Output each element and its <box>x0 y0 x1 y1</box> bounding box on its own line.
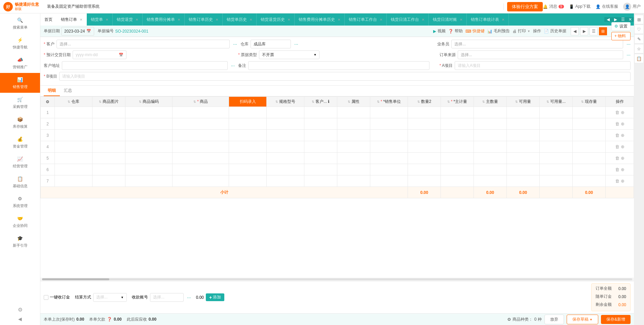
code-cell[interactable] <box>125 118 173 130</box>
delete-icon[interactable]: 🗑 <box>615 144 619 149</box>
warehouse-cell[interactable] <box>55 175 92 187</box>
customer-code-cell[interactable] <box>304 107 337 118</box>
copy-icon[interactable]: ⊕ <box>621 178 624 184</box>
product-cell[interactable] <box>173 153 229 164</box>
sort-icon[interactable]: ⇅ <box>99 100 102 104</box>
current-cell[interactable] <box>573 141 606 153</box>
main-qty-cell[interactable] <box>474 130 507 141</box>
tab-summary[interactable]: 汇总 <box>60 86 76 96</box>
sales-unit-cell[interactable] <box>370 141 408 153</box>
tab-detail[interactable]: 明细 <box>44 86 60 96</box>
user-btn[interactable]: 👤 用户 <box>623 3 641 11</box>
rfloat-star-btn[interactable]: ☆ <box>634 44 644 53</box>
horizontal-scrollbar[interactable] <box>40 278 634 281</box>
tab-order-history[interactable]: 销售订单历史 ✕ <box>185 13 223 26</box>
product-cell[interactable] <box>173 118 229 130</box>
copy-icon[interactable]: ⊕ <box>621 110 624 115</box>
sidebar-item-navigation[interactable]: ⚡ 快捷导航 <box>0 33 40 53</box>
tab-next-btn[interactable]: ▶ <box>612 17 619 22</box>
delete-icon[interactable]: 🗑 <box>615 167 619 172</box>
account-select[interactable]: 选择... <box>150 293 184 302</box>
main-qty-cell[interactable] <box>474 153 507 164</box>
sort-icon[interactable]: ⇅ <box>68 100 70 104</box>
tab-close-icon[interactable]: ✕ <box>422 18 424 22</box>
warehouse-input[interactable]: 成品库 <box>251 40 291 48</box>
warehouse-cell[interactable] <box>55 107 92 118</box>
salesperson-more-btn[interactable]: ··· <box>627 41 631 47</box>
tab-close-icon[interactable]: ✕ <box>250 18 252 22</box>
nav-prev-btn[interactable]: ◀ <box>571 27 579 35</box>
sidebar-item-cooperation[interactable]: 🤝 企业协同 <box>0 212 40 232</box>
main-unit-cell[interactable] <box>441 175 474 187</box>
app-download-btn[interactable]: 📱 App下载 <box>569 4 591 9</box>
main-unit-cell[interactable] <box>441 153 474 164</box>
tab-invoice-history[interactable]: 销货单历史 ✕ <box>223 13 257 26</box>
warehouse-cell[interactable] <box>55 118 92 130</box>
list-view-btn[interactable]: ☰ <box>590 27 598 35</box>
main-qty-cell[interactable] <box>474 141 507 153</box>
tab-order-workbench[interactable]: 销售订单工作台 ✕ <box>345 13 387 26</box>
project-b-input[interactable]: 请输入B项目 <box>59 72 631 81</box>
available-cell[interactable] <box>507 118 540 130</box>
product-cell[interactable] <box>173 130 229 141</box>
delete-icon[interactable]: 🗑 <box>615 121 619 126</box>
sidebar-item-system[interactable]: ⚙ 系统管理 <box>0 192 40 212</box>
copy-icon[interactable]: ⊕ <box>621 133 624 138</box>
tab-close-icon[interactable]: ✕ <box>136 18 138 22</box>
main-qty-cell[interactable] <box>474 118 507 130</box>
sidebar-item-marketing[interactable]: 📣 营销推广 <box>0 53 40 73</box>
payment-method-select[interactable]: 选择... ▼ <box>93 293 127 302</box>
qty2-cell[interactable] <box>408 118 441 130</box>
remark-input[interactable] <box>248 61 429 70</box>
online-service-btn[interactable]: 👤 在线客服 <box>596 4 618 9</box>
qty2-cell[interactable] <box>408 175 441 187</box>
tab-close-icon[interactable]: ✕ <box>380 18 382 22</box>
copy-icon[interactable]: ⊕ <box>621 156 624 161</box>
code-cell[interactable] <box>125 107 173 118</box>
copy-icon[interactable]: ⊕ <box>621 144 624 149</box>
rfloat-favorite-btn[interactable]: ♡ <box>634 25 644 34</box>
sort-icon[interactable]: ⇅ <box>312 100 314 104</box>
available2-cell[interactable] <box>540 118 573 130</box>
available-cell[interactable] <box>507 107 540 118</box>
tab-close-icon[interactable]: ✕ <box>216 18 218 22</box>
main-unit-cell[interactable] <box>441 141 474 153</box>
current-cell[interactable] <box>573 153 606 164</box>
delete-icon[interactable]: 🗑 <box>615 156 619 161</box>
address-input[interactable] <box>62 61 228 70</box>
sidebar-item-guide[interactable]: 🎓 新手引导 <box>0 232 40 251</box>
qty2-cell[interactable] <box>408 141 441 153</box>
invoice-type-select[interactable]: 不开票 ▼ <box>259 50 319 59</box>
tab-prev-btn[interactable]: ◀ <box>604 17 612 22</box>
th-settings[interactable]: ⚙ <box>41 97 55 107</box>
attribute-cell[interactable] <box>337 141 370 153</box>
sort-icon[interactable]: ⇅ <box>546 100 549 104</box>
address-more-btn[interactable]: ··· <box>231 63 235 68</box>
discard-btn[interactable]: 放弃 <box>544 315 564 324</box>
save-draft-btn[interactable]: 保存草稿 ▼ <box>567 315 598 324</box>
rfloat-edit-btn[interactable]: ✎ <box>634 34 644 44</box>
help-btn[interactable]: ❓ 帮助 <box>448 28 463 34</box>
available-cell[interactable] <box>507 164 540 175</box>
warehouse-cell[interactable] <box>55 153 92 164</box>
delete-icon[interactable]: 🗑 <box>615 178 619 184</box>
customer-code-cell[interactable] <box>304 141 337 153</box>
settings-btn[interactable]: ⚙ 设置 <box>611 22 631 31</box>
tab-menu-btn[interactable]: ☰ <box>619 17 627 22</box>
spec-cell[interactable] <box>267 118 304 130</box>
grid-view-btn[interactable]: ⊞ <box>599 27 607 35</box>
current-cell[interactable] <box>573 107 606 118</box>
attribute-cell[interactable] <box>337 107 370 118</box>
sales-unit-cell[interactable] <box>370 175 408 187</box>
salesperson-input[interactable]: 选择... <box>451 40 623 48</box>
sort-icon[interactable]: ⇅ <box>515 100 518 104</box>
current-cell[interactable] <box>573 164 606 175</box>
sort-icon[interactable]: ⇅ <box>275 100 278 104</box>
main-qty-cell[interactable] <box>474 175 507 187</box>
sales-unit-cell[interactable] <box>370 153 408 164</box>
sort-icon[interactable]: ⇅ <box>417 100 420 104</box>
customer-more-btn[interactable]: ··· <box>233 41 237 47</box>
main-unit-cell[interactable] <box>441 107 474 118</box>
save-new-btn[interactable]: 保存&新增 <box>601 315 631 324</box>
customer-input[interactable]: 选择... <box>56 40 230 48</box>
